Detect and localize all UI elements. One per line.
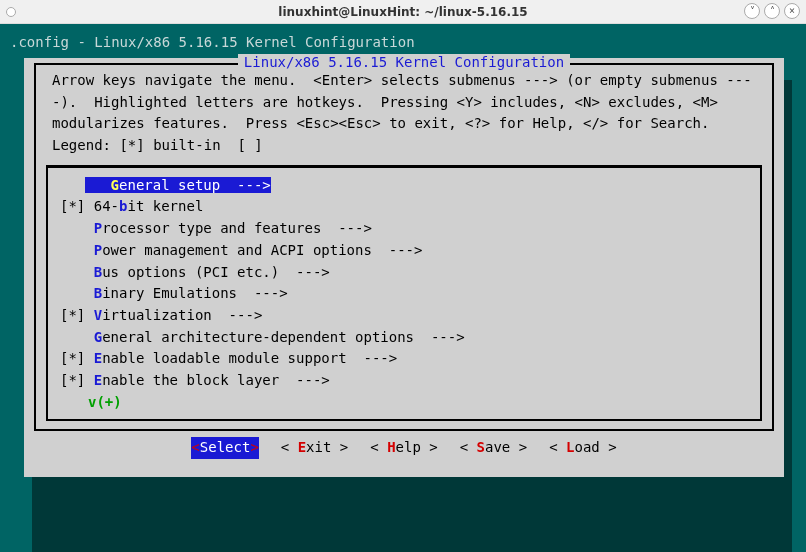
maximize-icon[interactable]: ˄ [764, 3, 780, 19]
select-button[interactable]: <Select> [191, 437, 258, 459]
dialog-help-text: Arrow keys navigate the menu. <Enter> se… [44, 70, 764, 161]
menu-item-5[interactable]: Binary Emulations ---> [60, 283, 748, 305]
menu-item-0[interactable]: General setup ---> [60, 175, 748, 197]
window-controls: ˅ ˄ × [744, 3, 800, 19]
window-title: linuxhint@LinuxHint: ~/linux-5.16.15 [0, 5, 806, 19]
menu-item-6[interactable]: [*] Virtualization ---> [60, 305, 748, 327]
menu-item-4[interactable]: Bus options (PCI etc.) ---> [60, 262, 748, 284]
save-button[interactable]: < Save > [460, 437, 527, 459]
menu-item-9[interactable]: [*] Enable the block layer ---> [60, 370, 748, 392]
exit-button[interactable]: < Exit > [281, 437, 348, 459]
config-header: .config - Linux/x86 5.16.15 Kernel Confi… [6, 34, 800, 50]
terminal: .config - Linux/x86 5.16.15 Kernel Confi… [0, 24, 806, 552]
button-bar: <Select> < Exit > < Help > < Save > < Lo… [34, 437, 774, 459]
load-button[interactable]: < Load > [549, 437, 616, 459]
window-titlebar: linuxhint@LinuxHint: ~/linux-5.16.15 ˅ ˄… [0, 0, 806, 24]
menu-list[interactable]: General setup --->[*] 64-bit kernel Proc… [60, 175, 748, 392]
menu-item-7[interactable]: General architecture-dependent options -… [60, 327, 748, 349]
menu-item-2[interactable]: Processor type and features ---> [60, 218, 748, 240]
close-icon[interactable]: × [784, 3, 800, 19]
minimize-icon[interactable]: ˅ [744, 3, 760, 19]
menu-item-1[interactable]: [*] 64-bit kernel [60, 196, 748, 218]
menu-item-3[interactable]: Power management and ACPI options ---> [60, 240, 748, 262]
help-button[interactable]: < Help > [370, 437, 437, 459]
menuconfig-dialog: Linux/x86 5.16.15 Kernel Configuration A… [24, 58, 784, 477]
menu-more-indicator: v(+) [60, 392, 748, 414]
menu-item-8[interactable]: [*] Enable loadable module support ---> [60, 348, 748, 370]
